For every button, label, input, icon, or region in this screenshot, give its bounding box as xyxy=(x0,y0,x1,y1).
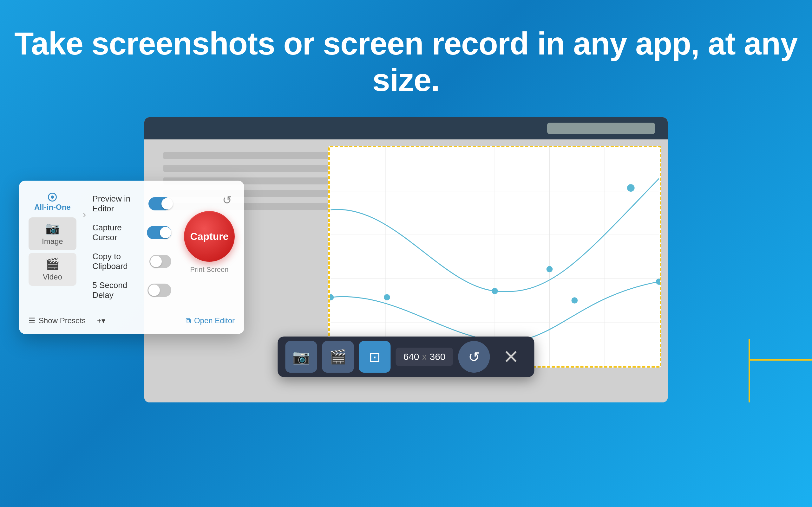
screenshot-toolbar-icon: 📷 xyxy=(293,349,310,365)
toolbar-close-button[interactable]: ✕ xyxy=(495,341,527,373)
toggle-preview[interactable] xyxy=(148,197,171,210)
show-presets-label: Show Presets xyxy=(39,316,86,325)
toggle-clipboard[interactable] xyxy=(149,255,171,268)
mockup-wrapper: All-in-One 📷 Image 🎬 Video › Preview i xyxy=(0,117,812,402)
all-in-one-icon xyxy=(48,193,57,202)
toolbar-reset-icon: ↺ xyxy=(468,349,480,365)
toggle-delay-knob xyxy=(148,285,160,296)
toggle-preview-knob xyxy=(161,198,173,210)
tab-all-in-one-label: All-in-One xyxy=(34,203,71,212)
capture-button-area: ↺ Capture Print Screen xyxy=(177,189,235,274)
yellow-line-horizontal xyxy=(749,359,812,360)
chart-point xyxy=(627,184,635,192)
tab-image[interactable]: 📷 Image xyxy=(29,217,77,250)
panel-footer: ☰ Show Presets +▾ ⧉ Open Editor xyxy=(29,311,235,325)
camera-icon: 📷 xyxy=(45,222,60,235)
option-cursor-label: Capture Cursor xyxy=(92,223,147,242)
option-clipboard-label: Copy to Clipboard xyxy=(92,251,149,271)
option-preview-label: Preview in Editor xyxy=(92,194,148,214)
chart-point xyxy=(384,294,390,300)
add-preset-button[interactable]: +▾ xyxy=(97,316,105,325)
yellow-line-vertical xyxy=(749,339,750,402)
browser-address-bar xyxy=(547,123,655,134)
toggle-cursor-knob xyxy=(160,227,171,238)
panel-options: Preview in Editor Capture Cursor Copy to… xyxy=(92,189,171,304)
presets-icon: ☰ xyxy=(29,316,36,325)
chevron-right-icon: › xyxy=(83,189,86,220)
all-in-one-icon-inner xyxy=(51,195,54,199)
toolbar-close-icon: ✕ xyxy=(503,346,519,368)
video-toolbar-button[interactable]: 🎬 xyxy=(322,341,354,373)
panel-top: All-in-One 📷 Image 🎬 Video › Preview i xyxy=(29,189,235,304)
region-toolbar-button[interactable]: ⊡ xyxy=(359,341,391,373)
print-screen-label: Print Screen xyxy=(190,266,229,274)
screenshot-toolbar-button[interactable]: 📷 xyxy=(285,341,317,373)
panel-left-tabs: All-in-One 📷 Image 🎬 Video xyxy=(29,189,77,286)
option-5-second-delay: 5 Second Delay xyxy=(92,276,171,304)
chart-point xyxy=(330,294,334,300)
control-panel: All-in-One 📷 Image 🎬 Video › Preview i xyxy=(19,181,244,334)
toolbar-reset-button[interactable]: ↺ xyxy=(458,341,490,373)
chart-point xyxy=(547,266,553,273)
video-toolbar-icon: 🎬 xyxy=(329,349,347,365)
video-icon: 🎬 xyxy=(45,257,60,271)
toggle-clipboard-knob xyxy=(150,256,162,267)
capture-button-label: Capture xyxy=(190,231,229,242)
show-presets-button[interactable]: ☰ Show Presets xyxy=(29,316,86,325)
browser-titlebar xyxy=(144,117,668,139)
headline-section: Take screenshots or screen record in any… xyxy=(0,0,812,117)
tab-all-in-one[interactable]: All-in-One xyxy=(29,189,77,215)
capture-button[interactable]: Capture xyxy=(184,211,235,262)
dimension-x-label: x xyxy=(422,352,426,362)
option-delay-label: 5 Second Delay xyxy=(92,280,147,300)
bottom-toolbar: 📷 🎬 ⊡ 640 x 360 ↺ ✕ xyxy=(277,337,534,377)
chart-point xyxy=(571,297,578,303)
toggle-delay[interactable] xyxy=(148,284,171,297)
option-capture-cursor: Capture Cursor xyxy=(92,218,171,247)
width-value: 640 xyxy=(403,351,419,362)
option-preview-in-editor: Preview in Editor xyxy=(92,189,171,218)
tab-image-label: Image xyxy=(42,237,63,246)
region-toolbar-icon: ⊡ xyxy=(369,349,380,365)
option-copy-to-clipboard: Copy to Clipboard xyxy=(92,247,171,276)
chart-svg xyxy=(330,147,660,366)
height-value: 360 xyxy=(430,351,446,362)
toggle-cursor[interactable] xyxy=(147,226,171,239)
chart-point xyxy=(656,279,660,285)
chart-point xyxy=(492,288,498,294)
open-editor-button[interactable]: ⧉ Open Editor xyxy=(186,316,235,325)
headline-text: Take screenshots or screen record in any… xyxy=(0,25,812,98)
open-editor-icon: ⧉ xyxy=(186,316,191,325)
dimension-display: 640 x 360 xyxy=(396,348,453,366)
add-icon: +▾ xyxy=(97,316,105,325)
capture-region xyxy=(328,146,661,368)
reset-button[interactable]: ↺ xyxy=(219,193,235,208)
tab-video-label: Video xyxy=(43,273,62,281)
tab-video[interactable]: 🎬 Video xyxy=(29,253,77,286)
open-editor-label: Open Editor xyxy=(194,316,235,325)
